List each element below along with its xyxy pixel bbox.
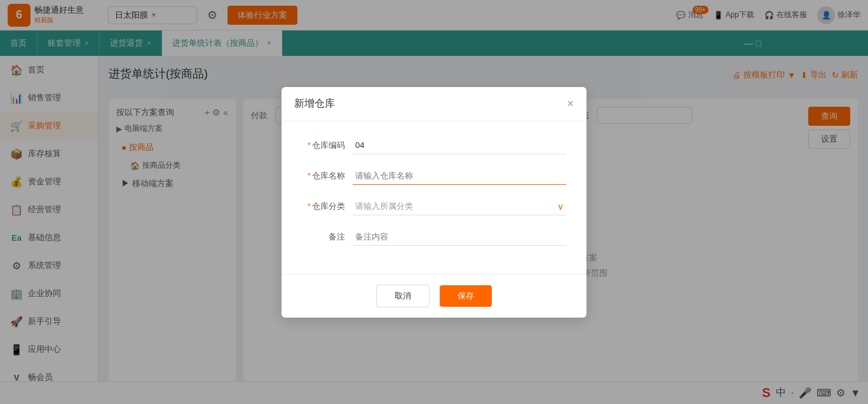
form-row-note: 备注 xyxy=(302,228,566,246)
required-star-code: * xyxy=(308,140,311,150)
dialog-overlay: 新增仓库 × * 仓库编码 * 仓库名称 xyxy=(0,0,868,404)
form-row-category: * 仓库分类 请输入所属分类 ∨ xyxy=(302,198,566,215)
dialog-body: * 仓库编码 * 仓库名称 * 仓库分类 xyxy=(281,121,587,274)
note-label: 备注 xyxy=(302,231,353,243)
code-input[interactable] xyxy=(353,137,566,154)
dialog-footer: 取消 保存 xyxy=(281,274,587,318)
dialog-close-button[interactable]: × xyxy=(567,97,574,111)
name-label: * 仓库名称 xyxy=(302,170,353,182)
form-row-code: * 仓库编码 xyxy=(302,137,566,154)
category-select[interactable]: 请输入所属分类 xyxy=(353,198,566,215)
code-label: * 仓库编码 xyxy=(302,140,353,151)
dialog-title: 新增仓库 xyxy=(294,97,335,111)
form-row-name: * 仓库名称 xyxy=(302,167,566,185)
cancel-button[interactable]: 取消 xyxy=(376,285,430,307)
category-label: * 仓库分类 xyxy=(302,201,353,212)
name-input[interactable] xyxy=(353,167,566,185)
category-select-wrap: 请输入所属分类 ∨ xyxy=(353,198,566,215)
new-warehouse-dialog: 新增仓库 × * 仓库编码 * 仓库名称 xyxy=(281,87,587,318)
dialog-header: 新增仓库 × xyxy=(281,87,587,121)
note-input[interactable] xyxy=(353,228,566,246)
save-button[interactable]: 保存 xyxy=(440,285,492,307)
required-star-name: * xyxy=(308,171,311,180)
required-star-category: * xyxy=(308,201,311,211)
